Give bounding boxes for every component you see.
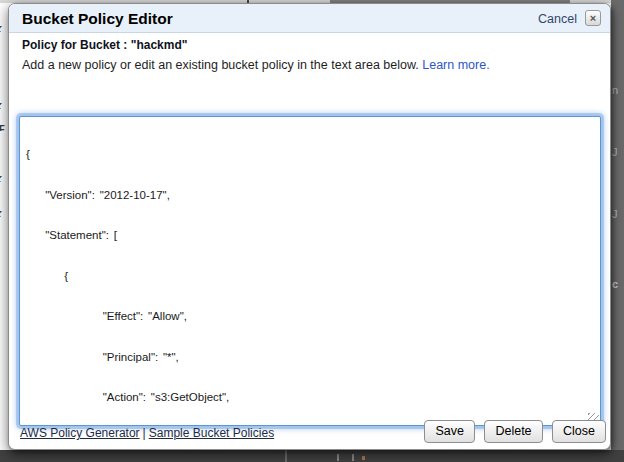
policy-line: "Version": "2012-10-17", <box>26 189 594 203</box>
background-text-fragment: Œ <box>0 119 7 131</box>
save-button[interactable]: Save <box>424 420 475 443</box>
policy-bucket-subtitle: Policy for Bucket : "hackmd" <box>22 38 187 52</box>
policy-line: "Action": "s3:GetObject", <box>26 391 594 405</box>
dialog-header: Bucket Policy Editor Cancel × <box>9 4 610 33</box>
delete-button[interactable]: Delete <box>484 420 542 443</box>
link-separator: | <box>140 426 149 440</box>
background-text-fragment: K <box>0 20 7 32</box>
policy-json-text: { "Version": "2012-10-17", "Statement": … <box>26 121 594 426</box>
background-artifact <box>285 450 287 462</box>
dialog-title: Bucket Policy Editor <box>22 10 173 28</box>
background-text-fragment: J <box>612 208 618 220</box>
background-left-strip: K K Œ K K <box>0 3 8 450</box>
close-button[interactable]: Close <box>552 420 606 443</box>
background-text-fragment: c <box>612 278 618 290</box>
instruction-label: Add a new policy or edit an existing buc… <box>22 58 422 72</box>
background-artifact <box>337 454 339 461</box>
policy-line: "Effect": "Allow", <box>26 310 594 324</box>
policy-textarea[interactable]: { "Version": "2012-10-17", "Statement": … <box>19 116 601 426</box>
aws-policy-generator-link[interactable]: AWS Policy Generator <box>20 426 140 440</box>
instruction-text: Add a new policy or edit an existing buc… <box>22 58 490 72</box>
policy-line: "Statement": [ <box>26 229 594 243</box>
background-right-strip: n J J c <box>611 0 624 462</box>
background-text-fragment: n <box>612 84 618 96</box>
close-icon[interactable]: × <box>585 10 601 26</box>
policy-line: { <box>26 270 594 284</box>
policy-line: { <box>26 148 594 162</box>
sample-bucket-policies-link[interactable]: Sample Bucket Policies <box>149 426 274 440</box>
dialog-button-row: Save Delete Close <box>419 420 606 443</box>
footer-links: AWS Policy Generator|Sample Bucket Polic… <box>20 426 274 440</box>
learn-more-link[interactable]: Learn more. <box>422 58 489 72</box>
bucket-policy-editor-dialog: Bucket Policy Editor Cancel × Policy for… <box>8 3 611 450</box>
background-text-fragment: K <box>0 97 7 109</box>
background-bottom-strip <box>0 450 624 462</box>
background-text-fragment: K <box>0 170 7 182</box>
background-artifact <box>352 454 354 461</box>
policy-line: "Principal": "*", <box>26 351 594 365</box>
background-text-fragment: K <box>0 205 7 217</box>
background-artifact <box>362 456 365 460</box>
background-text-fragment: J <box>612 146 618 158</box>
cancel-link[interactable]: Cancel <box>538 12 577 26</box>
